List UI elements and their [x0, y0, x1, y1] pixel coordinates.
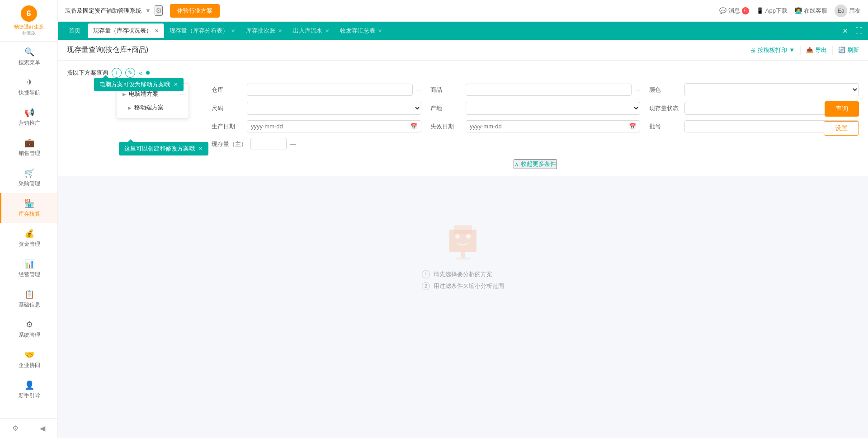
produce-date-start[interactable] [251, 123, 408, 130]
sidebar-footer: ⚙ ◀ [0, 418, 57, 438]
warehouse-input[interactable] [247, 84, 413, 96]
footer-collapse-icon[interactable]: ◀ [40, 424, 45, 433]
calendar-icon2[interactable]: 📅 [629, 123, 636, 130]
tab-close-icon[interactable]: ✕ [278, 28, 282, 34]
print-dropdown-icon: ▼ [789, 47, 795, 53]
trial-button[interactable]: 体验行业方案 [170, 4, 220, 18]
gear-button[interactable]: ⚙ [155, 5, 163, 16]
goods-input[interactable] [466, 84, 632, 96]
sidebar-logo: 6 畅捷通好生意 标准版 [0, 0, 57, 42]
expire-date-input[interactable]: 📅 [466, 120, 640, 132]
search-button[interactable]: 查询 [825, 101, 859, 117]
expire-date-label: 失效日期 [430, 122, 462, 131]
tooltip-close-button[interactable]: ✕ [174, 81, 178, 88]
expand-icon: ▶ [128, 105, 132, 110]
color-select[interactable] [684, 83, 859, 96]
refresh-icon: 🔄 [838, 47, 845, 53]
filter-row-warehouse: 仓库 ··· [212, 83, 421, 96]
service-icon: 👩‍💻 [795, 7, 802, 14]
export-button[interactable]: 📤 导出 [806, 46, 827, 54]
filter-edit-button[interactable]: ✎ [125, 68, 135, 78]
sidebar-item-quick[interactable]: ✈ 快捷导航 [0, 72, 57, 102]
produce-date-input[interactable]: 📅 [247, 120, 421, 132]
filter-add-button[interactable]: + [112, 68, 122, 78]
filter-row-produce-date: 生产日期 📅 [212, 120, 421, 132]
sidebar-item-enterprise[interactable]: 🤝 企业协同 [0, 344, 57, 375]
tab-close-all-button[interactable]: ✕ [840, 25, 850, 37]
logo-text: 畅捷通好生意 标准版 [14, 24, 44, 36]
empty-tips: 1 请先选择要分析的方案 2 用过滤条件来缩小分析范围 [422, 270, 504, 290]
divider [800, 46, 801, 55]
service-button[interactable]: 👩‍💻 在线客服 [795, 7, 827, 15]
sidebar-item-newuser[interactable]: 👤 新手引导 [0, 375, 57, 405]
svg-rect-4 [461, 252, 465, 258]
page-header: 现存量查询(按仓库+商品) 🖨 按模板打印 ▼ 📤 导出 🔄 刷新 [58, 40, 868, 61]
print-icon: 🖨 [750, 47, 756, 53]
tab-receive-summary[interactable]: 收发存汇总表 ✕ [335, 24, 387, 38]
sidebar-item-marketing[interactable]: 📢 营销推广 [0, 102, 57, 132]
tab-inventory-status[interactable]: 现存量（库存状况表） ✕ [88, 24, 164, 38]
user-button[interactable]: Ea 用友 [835, 5, 861, 17]
tooltip-scheme: 电脑方案可设为移动方案哦 ✕ [94, 78, 184, 91]
sidebar: 6 畅捷通好生意 标准版 🔍 搜索菜单 ✈ 快捷导航 📢 营销推广 💼 销售管理… [0, 0, 58, 438]
tab-in-out-flow[interactable]: 出入库流水 ✕ [288, 24, 335, 38]
sidebar-item-search[interactable]: 🔍 搜索菜单 [0, 42, 57, 72]
inventory-icon: 🏪 [24, 198, 34, 208]
warehouse-dots-icon: ··· [416, 86, 421, 93]
tab-home[interactable]: 首页 [61, 24, 88, 38]
filter-section: 按以下方案查询 + ✎ « 电脑方案可设为移动方案哦 ✕ ▶ 电脑端方案 ··· [58, 61, 868, 176]
sidebar-item-basic[interactable]: 📋 基础信息 [0, 284, 57, 314]
empty-tip-1: 1 请先选择要分析的方案 [422, 270, 504, 278]
sidebar-item-inventory[interactable]: 🏪 库存核算 [0, 193, 57, 223]
dropdown-arrow-icon: ▼ [145, 7, 151, 14]
avatar: Ea [835, 5, 847, 17]
collapse-icon: ∧ [514, 161, 519, 168]
system-icon: ⚙ [26, 320, 33, 330]
app-download-button[interactable]: 📱 App下载 [756, 7, 788, 15]
tabbar: 首页 现存量（库存状况表） ✕ 现存量（库存分布表） ✕ 库存批次账 ✕ 出入库… [58, 22, 868, 40]
tab-close-icon[interactable]: ✕ [231, 28, 235, 34]
origin-label: 产地 [430, 104, 462, 113]
filter-row-size: 尺码 [212, 102, 421, 115]
color-label: 颜色 [649, 86, 681, 94]
svg-rect-5 [456, 258, 470, 259]
set-button[interactable]: 设置 [824, 121, 859, 136]
sidebar-item-system[interactable]: ⚙ 系统管理 [0, 314, 57, 344]
divider [832, 46, 833, 55]
tab-close-icon[interactable]: ✕ [378, 28, 382, 34]
message-button[interactable]: 💬 消息 6 [719, 7, 749, 15]
stock-qty-min[interactable] [250, 138, 287, 150]
sidebar-item-sales[interactable]: 💼 销售管理 [0, 132, 57, 163]
tab-inventory-dist[interactable]: 现存量（库存分布表） ✕ [164, 24, 241, 38]
sidebar-item-operation[interactable]: 📊 经营管理 [0, 254, 57, 284]
print-button[interactable]: 🖨 按模板打印 ▼ [750, 46, 795, 54]
size-select[interactable] [247, 102, 421, 115]
topbar-right: 💬 消息 6 📱 App下载 👩‍💻 在线客服 Ea 用友 [719, 5, 861, 17]
tab-close-icon[interactable]: ✕ [325, 28, 329, 34]
sidebar-item-finance[interactable]: 💰 资金管理 [0, 223, 57, 254]
tabbar-actions: ✕ ⛶ [840, 25, 864, 37]
goods-dots-icon: ··· [635, 86, 640, 93]
footer-settings-icon[interactable]: ⚙ [12, 424, 19, 433]
sales-icon: 💼 [24, 138, 34, 148]
logo-icon: 6 [21, 5, 37, 22]
origin-select[interactable] [466, 102, 640, 115]
operation-icon: 📊 [24, 259, 34, 269]
expire-date-start[interactable] [470, 123, 627, 130]
dash-separator: — [290, 141, 296, 147]
tab-batch-account[interactable]: 库存批次账 ✕ [241, 24, 288, 38]
filter-back-button[interactable]: « [139, 69, 142, 76]
tab-close-icon[interactable]: ✕ [155, 28, 159, 34]
tab-maximize-button[interactable]: ⛶ [854, 25, 864, 37]
tooltip-scheme2: 这里可以创建和修改方案哦 ✕ [119, 142, 208, 155]
refresh-button[interactable]: 🔄 刷新 [838, 46, 859, 54]
newuser-icon: 👤 [24, 380, 34, 390]
sidebar-item-purchase[interactable]: 🛒 采购管理 [0, 163, 57, 193]
active-indicator [146, 71, 150, 75]
filter-grid: 仓库 ··· 商品 ··· 颜色 尺码 [212, 83, 859, 150]
tooltip2-close-button[interactable]: ✕ [198, 146, 203, 152]
collapse-button[interactable]: ∧ 收起更多条件 [514, 159, 557, 169]
export-icon: 📤 [806, 47, 813, 53]
calendar-icon[interactable]: 📅 [410, 123, 417, 130]
scheme-mobile-group[interactable]: ▶ 移动端方案 [117, 101, 189, 114]
